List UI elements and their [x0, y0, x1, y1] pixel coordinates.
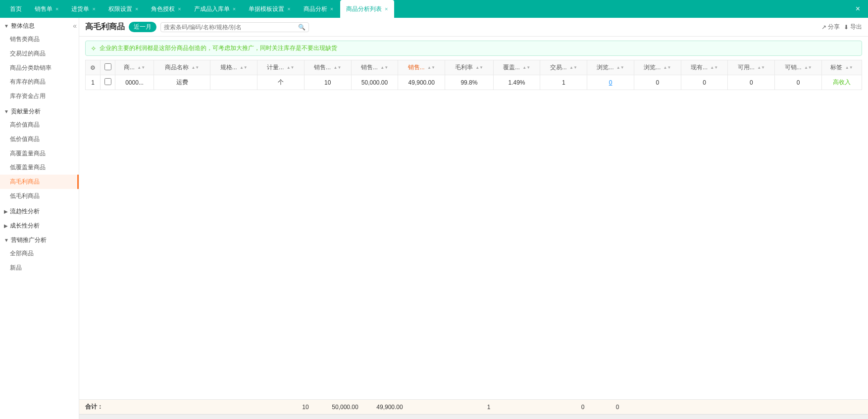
col-code[interactable]: 商... ▲▼ [115, 60, 154, 75]
horizontal-scrollbar[interactable] [79, 414, 868, 419]
sort-views1[interactable]: ▲▼ [616, 65, 624, 70]
sidebar-group-overall[interactable]: ▼ 整体信息 [0, 18, 79, 32]
group-contribution-arrow: ▼ [4, 109, 9, 114]
nav-product-analysis-close[interactable]: × [330, 0, 333, 18]
table-row: 1 0000... 运费 个 10 50,000.00 49,900.00 99… [86, 75, 862, 90]
nav-permission[interactable]: 权限设置 × [102, 0, 144, 18]
tip-icon: ✧ [91, 45, 97, 52]
sidebar-item-high-margin[interactable]: 高毛利商品 [0, 175, 79, 189]
window-close-button[interactable]: × [852, 4, 864, 13]
col-transaction[interactable]: 交易... ▲▼ [540, 60, 587, 75]
row-checkbox[interactable] [104, 78, 111, 85]
nav-role[interactable]: 角色授权 × [145, 0, 187, 18]
nav-role-close[interactable]: × [178, 0, 181, 18]
cell-views1[interactable]: 0 [587, 75, 634, 90]
sort-current-stock[interactable]: ▲▼ [710, 65, 718, 70]
views1-link[interactable]: 0 [609, 79, 613, 86]
nav-template-close[interactable]: × [287, 0, 290, 18]
cell-sales-amount: 50,000.00 [351, 75, 398, 90]
nav-product-instock[interactable]: 产成品入库单 × [188, 0, 242, 18]
col-sales-qty[interactable]: 销售... ▲▼ [304, 60, 351, 75]
sidebar-item-stock-capital[interactable]: 库存资金占用 [0, 89, 79, 103]
group-marketing-arrow: ▼ [4, 237, 9, 243]
nav-sales-close[interactable]: × [55, 0, 58, 18]
col-checkbox[interactable] [101, 60, 115, 75]
sidebar-item-sales-goods[interactable]: 销售类商品 [0, 32, 79, 47]
sidebar-group-contribution[interactable]: ▼ 贡献量分析 [0, 103, 79, 118]
sidebar-collapse-button[interactable]: « [73, 22, 77, 30]
col-settings[interactable]: ⚙ [86, 60, 101, 75]
export-icon: ⬇ [844, 24, 849, 31]
sort-unit[interactable]: ▲▼ [287, 65, 295, 70]
filter-recent-month-button[interactable]: 近一月 [129, 22, 156, 32]
sort-views2[interactable]: ▲▼ [664, 65, 671, 70]
sort-sales-amount[interactable]: ▲▼ [380, 65, 388, 70]
sidebar-item-low-value[interactable]: 低价值商品 [0, 132, 79, 146]
nav-product-analysis-list[interactable]: 商品分析列表 × [340, 0, 394, 18]
sidebar-item-new-goods[interactable]: 新品 [0, 261, 79, 275]
sidebar-item-low-margin[interactable]: 低毛利商品 [0, 189, 79, 203]
nav-product-analysis-list-close[interactable]: × [385, 0, 388, 18]
sidebar-item-all-goods[interactable]: 全部商品 [0, 246, 79, 261]
nav-purchase-close[interactable]: × [92, 0, 95, 18]
sidebar-item-high-coverage[interactable]: 高覆盖量商品 [0, 146, 79, 161]
search-input[interactable] [164, 24, 296, 31]
col-views1[interactable]: 浏览... ▲▼ [587, 60, 634, 75]
sort-transaction[interactable]: ▲▼ [569, 65, 577, 70]
sort-sales-cost[interactable]: ▲▼ [427, 65, 435, 70]
sidebar-group-trend[interactable]: ▶ 流趋性分析 [0, 203, 79, 218]
sort-spec[interactable]: ▲▼ [240, 65, 248, 70]
settings-icon[interactable]: ⚙ [90, 64, 96, 71]
sidebar-item-low-coverage[interactable]: 低覆盖量商品 [0, 160, 79, 175]
col-sales-cost[interactable]: 销售... ▲▼ [398, 60, 445, 75]
sidebar-item-traded-goods[interactable]: 交易过的商品 [0, 47, 79, 61]
sidebar-group-growth[interactable]: ▶ 成长性分析 [0, 218, 79, 232]
nav-purchase[interactable]: 进货单 × [65, 0, 101, 18]
cell-transaction: 1 [540, 75, 587, 90]
sort-available[interactable]: ▲▼ [757, 65, 765, 70]
nav-product-analysis[interactable]: 商品分析 × [298, 0, 339, 18]
sidebar-item-category-sales-rate[interactable]: 商品分类助销率 [0, 61, 79, 75]
sort-tag[interactable]: ▲▼ [845, 65, 853, 70]
sidebar: « ▼ 整体信息 销售类商品 交易过的商品 商品分类助销率 有库存的商品 库存资… [0, 18, 79, 419]
tag-label: 高收入 [833, 79, 851, 86]
col-spec[interactable]: 规格... ▲▼ [210, 60, 257, 75]
col-tag[interactable]: 标签 ▲▼ [822, 60, 862, 75]
search-icon[interactable]: 🔍 [298, 24, 306, 31]
cell-spec [210, 75, 257, 90]
cell-unit: 个 [257, 75, 305, 90]
col-current-stock[interactable]: 现有... ▲▼ [681, 60, 728, 75]
sidebar-item-high-value[interactable]: 高价值商品 [0, 118, 79, 132]
col-coverage[interactable]: 覆盖... ▲▼ [493, 60, 540, 75]
col-available[interactable]: 可用... ▲▼ [728, 60, 775, 75]
sort-sales-qty[interactable]: ▲▼ [333, 65, 341, 70]
col-sales-amount[interactable]: 销售... ▲▼ [351, 60, 398, 75]
col-name[interactable]: 商品名称 ▲▼ [154, 60, 210, 75]
footer-current-stock: 0 [565, 404, 600, 411]
sort-sellable[interactable]: ▲▼ [804, 65, 812, 70]
col-views2[interactable]: 浏览... ▲▼ [634, 60, 681, 75]
cell-tag: 高收入 [822, 75, 862, 90]
share-button[interactable]: ↗ 分享 [821, 23, 840, 31]
header-actions: ↗ 分享 ⬇ 导出 [821, 23, 862, 31]
cell-available: 0 [728, 75, 775, 90]
sort-coverage[interactable]: ▲▼ [522, 65, 530, 70]
nav-sales[interactable]: 销售单 × [29, 0, 64, 18]
cell-sales-cost: 49,900.00 [398, 75, 445, 90]
sort-gross-margin[interactable]: ▲▼ [475, 65, 483, 70]
sort-name[interactable]: ▲▼ [191, 65, 199, 70]
sidebar-group-marketing[interactable]: ▼ 营销推广分析 [0, 232, 79, 246]
nav-permission-close[interactable]: × [135, 0, 138, 18]
sidebar-item-in-stock-goods[interactable]: 有库存的商品 [0, 75, 79, 89]
sort-code[interactable]: ▲▼ [137, 65, 145, 70]
nav-template[interactable]: 单据模板设置 × [243, 0, 296, 18]
col-sellable[interactable]: 可销... ▲▼ [775, 60, 822, 75]
cell-checkbox[interactable] [101, 75, 115, 90]
select-all-checkbox[interactable] [104, 63, 111, 70]
export-button[interactable]: ⬇ 导出 [844, 23, 862, 31]
nav-product-instock-close[interactable]: × [233, 0, 236, 18]
search-box: 🔍 [160, 22, 309, 32]
col-gross-margin[interactable]: 毛利率 ▲▼ [445, 60, 494, 75]
col-unit[interactable]: 计量... ▲▼ [257, 60, 305, 75]
nav-home[interactable]: 首页 [4, 0, 28, 18]
